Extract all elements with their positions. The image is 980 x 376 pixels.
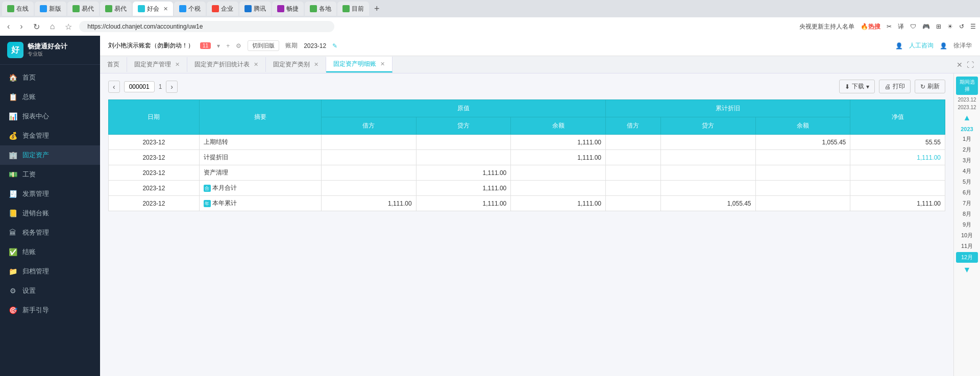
period-header: 期间选择 — [956, 77, 978, 95]
settings-icon: ⚙ — [8, 286, 17, 295]
tab-favicon — [342, 5, 350, 12]
menu-icon[interactable]: ☰ — [970, 23, 976, 30]
tab-home[interactable]: 首页 — [100, 57, 127, 72]
home-button[interactable]: ⌂ — [47, 21, 58, 32]
forward-button[interactable]: › — [17, 21, 26, 32]
scroll-up-button[interactable]: ▲ — [954, 111, 980, 124]
hot-search-label[interactable]: 🔥热搜 — [861, 22, 880, 31]
month-10[interactable]: 10月 — [954, 230, 980, 241]
star-button[interactable]: ☆ — [62, 21, 75, 33]
row4-dep-credit — [660, 181, 755, 196]
row5-dep-debit — [606, 196, 661, 211]
browser-tab-yidai2[interactable]: 易代 — [100, 2, 132, 16]
new-tab-button[interactable]: + — [370, 4, 384, 14]
print-button[interactable]: 🖨 打印 — [879, 80, 911, 93]
th-summary: 摘要 — [199, 100, 321, 135]
tab-favicon — [212, 5, 219, 12]
sidebar-item-general-ledger[interactable]: 📋 总账 — [0, 87, 100, 107]
browser-tab-new[interactable]: 新版 — [35, 2, 66, 16]
sidebar-item-close[interactable]: ✅ 结账 — [0, 242, 100, 262]
browser-tab-qiye[interactable]: 企业 — [207, 2, 238, 16]
game-icon[interactable]: 🎮 — [922, 23, 930, 30]
row2-net-value: 1,111.00 — [850, 150, 945, 165]
browser-tab-gedi[interactable]: 各地 — [305, 2, 336, 16]
prev-page-button[interactable]: ‹ — [108, 81, 120, 93]
sidebar-item-funds[interactable]: 💰 资金管理 — [0, 126, 100, 145]
refresh-btn[interactable]: ↻ 刷新 — [915, 80, 945, 93]
sidebar-item-salary[interactable]: 💵 工资 — [0, 165, 100, 184]
sidebar-item-invoice[interactable]: 🧾 发票管理 — [0, 184, 100, 204]
tab-close-category-icon[interactable]: ✕ — [314, 61, 318, 68]
switch-version-button[interactable]: 切到旧版 — [248, 40, 279, 51]
translate-icon[interactable]: 译 — [898, 22, 904, 31]
sidebar-item-fixed-assets-label: 固定资产 — [22, 151, 49, 160]
month-2[interactable]: 2月 — [954, 144, 980, 155]
tab-close-mgmt-icon[interactable]: ✕ — [175, 61, 180, 68]
sidebar-item-tax[interactable]: 🏛 税务管理 — [0, 223, 100, 242]
month-9[interactable]: 9月 — [954, 219, 980, 230]
browser-tab-haohui[interactable]: 好会 ✕ — [133, 2, 173, 16]
row3-orig-balance — [511, 165, 606, 181]
row1-orig-balance: 1,111.00 — [511, 135, 606, 150]
logo-text: 畅捷通好会计 — [28, 42, 67, 51]
month-4[interactable]: 4月 — [954, 166, 980, 177]
undo-icon[interactable]: ↺ — [959, 23, 964, 30]
page-number-input[interactable] — [124, 81, 155, 92]
shield-icon[interactable]: 🛡 — [910, 23, 916, 30]
sidebar-item-inventory[interactable]: 📒 进销台账 — [0, 204, 100, 223]
funds-icon: 💰 — [8, 131, 17, 140]
month-6[interactable]: 6月 — [954, 187, 980, 198]
grid-icon[interactable]: ⊞ — [936, 23, 941, 30]
next-page-button[interactable]: › — [166, 81, 178, 93]
row3-dep-balance — [755, 165, 850, 181]
sidebar-item-settings[interactable]: ⚙ 设置 — [0, 281, 100, 300]
browser-tab-tencent[interactable]: 腾讯 — [239, 2, 271, 16]
tab-depreciation-stats[interactable]: 固定资产折旧统计表 ✕ — [187, 57, 266, 72]
sidebar-item-archive[interactable]: 📁 归档管理 — [0, 262, 100, 281]
month-7[interactable]: 7月 — [954, 198, 980, 209]
browser-tab-mubiao[interactable]: 目前 — [337, 2, 369, 16]
app-header: 刘小艳演示账套（勿删勿动！） 11 ▾ + ⚙ 切到旧版 账期 2023-12 … — [100, 36, 980, 56]
edit-period-icon[interactable]: ✎ — [332, 42, 337, 49]
back-button[interactable]: ‹ — [4, 21, 13, 32]
add-account-button[interactable]: + — [226, 42, 230, 49]
tab-asset-detail[interactable]: 固定资产明细账 ✕ — [326, 57, 393, 72]
month-1[interactable]: 1月 — [954, 134, 980, 144]
row2-dep-debit — [606, 150, 661, 165]
month-11[interactable]: 11月 — [954, 241, 980, 252]
maximize-icon[interactable]: ⛶ — [967, 61, 974, 69]
month-12[interactable]: 12月 — [956, 252, 978, 263]
logo-icon: 好 — [7, 42, 23, 58]
sidebar-item-reports[interactable]: 📊 报表中心 — [0, 107, 100, 126]
scroll-down-button[interactable]: ▼ — [954, 263, 980, 277]
brightness-icon[interactable]: ☀ — [947, 23, 953, 30]
tab-close-icon[interactable]: ✕ — [163, 6, 168, 12]
browser-chrome: 在线 新版 易代 易代 好会 ✕ 个税 企业 腾讯 — [0, 0, 980, 36]
refresh-button[interactable]: ↻ — [30, 21, 43, 33]
sidebar-item-fixed-assets[interactable]: 🏢 固定资产 — [0, 145, 100, 165]
tab-asset-category[interactable]: 固定资产类别 ✕ — [266, 57, 326, 72]
customer-service-label[interactable]: 人工咨询 — [909, 41, 934, 50]
table-row: 2023-12 上期结转 1,111.00 1,055.45 55.55 — [109, 135, 945, 150]
month-8[interactable]: 8月 — [954, 209, 980, 219]
sidebar-item-guide[interactable]: 🎯 新手引导 — [0, 300, 100, 320]
dropdown-arrow[interactable]: ▾ — [217, 42, 220, 49]
settings-small-icon[interactable]: ⚙ — [236, 42, 241, 49]
minimize-icon[interactable]: ✕ — [957, 61, 963, 69]
browser-tab-yidai1[interactable]: 易代 — [67, 2, 99, 16]
tab-close-stats-icon[interactable]: ✕ — [254, 61, 258, 68]
tab-close-detail-icon[interactable]: ✕ — [380, 61, 385, 67]
tab-favicon — [105, 5, 112, 12]
sidebar-item-home[interactable]: 🏠 首页 — [0, 68, 100, 87]
scissors-icon[interactable]: ✂ — [887, 23, 892, 30]
month-5[interactable]: 5月 — [954, 177, 980, 187]
browser-tab-online[interactable]: 在线 — [2, 2, 34, 16]
download-button[interactable]: ⬇ 下载 ▾ — [839, 80, 875, 93]
month-3[interactable]: 3月 — [954, 155, 980, 166]
address-input[interactable] — [79, 21, 334, 32]
tab-fixed-assets-mgmt[interactable]: 固定资产管理 ✕ — [127, 57, 187, 72]
browser-tab-changjie[interactable]: 畅捷 — [272, 2, 304, 16]
browser-tab-geshui[interactable]: 个税 — [174, 2, 206, 16]
tab-bar: 在线 新版 易代 易代 好会 ✕ 个税 企业 腾讯 — [0, 0, 980, 17]
download-label: 下载 — [852, 82, 864, 91]
